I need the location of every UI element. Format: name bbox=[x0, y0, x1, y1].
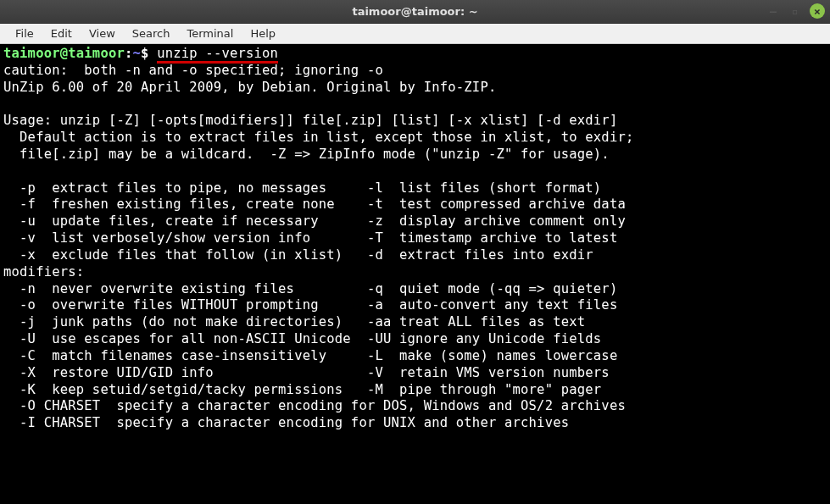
menu-terminal[interactable]: Terminal bbox=[178, 25, 242, 42]
output-line: -o overwrite files WITHOUT prompting -a … bbox=[3, 297, 617, 313]
output-line: -X restore UID/GID info -V retain VMS ve… bbox=[3, 365, 610, 380]
minimize-button[interactable]: — bbox=[766, 3, 781, 19]
command-text: unzip --version bbox=[157, 46, 278, 64]
output-line: -K keep setuid/setgid/tacky permissions … bbox=[3, 382, 601, 397]
output-line: Usage: unzip [-Z] [-opts[modifiers]] fil… bbox=[3, 113, 617, 128]
menu-help[interactable]: Help bbox=[242, 25, 284, 42]
terminal-output[interactable]: taimoor@taimoor:~$ unzip --version cauti… bbox=[0, 44, 830, 504]
output-line: -u update files, create if necessary -z … bbox=[3, 213, 626, 229]
prompt-path: ~ bbox=[133, 46, 142, 61]
close-button[interactable]: × bbox=[810, 3, 825, 19]
output-line: Default action is to extract files in li… bbox=[3, 130, 633, 145]
output-line: -U use escapes for all non-ASCII Unicode… bbox=[3, 331, 601, 346]
maximize-button[interactable]: ▫ bbox=[788, 3, 803, 19]
output-line: -O CHARSET specify a character encoding … bbox=[3, 398, 626, 413]
output-line: -p extract files to pipe, no messages -l… bbox=[3, 180, 601, 196]
output-line: -v list verbosely/show version info -T t… bbox=[3, 230, 617, 246]
menubar: File Edit View Search Terminal Help bbox=[0, 24, 830, 44]
menu-file[interactable]: File bbox=[7, 25, 42, 42]
output-line: -f freshen existing files, create none -… bbox=[3, 197, 626, 212]
window-controls: — ▫ × bbox=[766, 3, 825, 19]
output-line: file[.zip] may be a wildcard. -Z => ZipI… bbox=[3, 147, 610, 162]
output-line: -j junk paths (do not make directories) … bbox=[3, 314, 585, 330]
menu-search[interactable]: Search bbox=[124, 25, 179, 42]
prompt-dollar: $ bbox=[141, 46, 157, 61]
output-line: caution: both -n and -o specified; ignor… bbox=[3, 63, 383, 78]
menu-view[interactable]: View bbox=[81, 25, 124, 42]
output-line: -C match filenames case-insensitively -L… bbox=[3, 348, 617, 363]
output-line: -n never overwrite existing files -q qui… bbox=[3, 281, 617, 296]
output-line: modifiers: bbox=[3, 264, 84, 280]
output-line: -I CHARSET specify a character encoding … bbox=[3, 415, 569, 430]
menu-edit[interactable]: Edit bbox=[42, 25, 81, 42]
prompt-colon: : bbox=[125, 46, 133, 61]
output-line: UnZip 6.00 of 20 April 2009, by Debian. … bbox=[3, 80, 496, 95]
titlebar: taimoor@taimoor: ~ — ▫ × bbox=[0, 0, 830, 24]
prompt-user-host: taimoor@taimoor bbox=[3, 46, 125, 61]
window-title: taimoor@taimoor: ~ bbox=[352, 5, 477, 18]
output-line: -x exclude files that follow (in xlist) … bbox=[3, 247, 593, 263]
